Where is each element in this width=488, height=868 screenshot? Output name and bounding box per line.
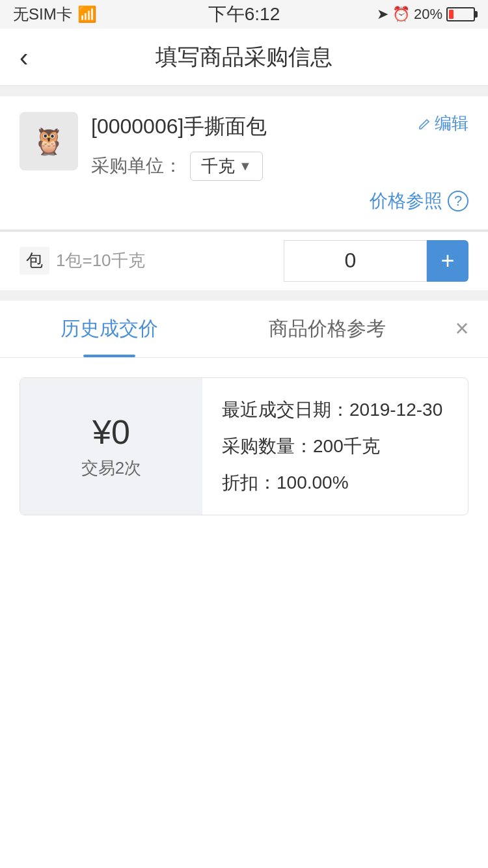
quantity-section: 包 1包=10千克 +: [0, 230, 488, 290]
edit-button[interactable]: 编辑: [418, 112, 468, 135]
product-title: 手撕面包: [183, 115, 267, 138]
price-ref-row: 价格参照 ?: [20, 189, 468, 213]
product-header: 🦉 [0000006]手撕面包 采购单位： 千克 ▼ 编辑: [20, 112, 468, 181]
price-recent-date: 最近成交日期：2019-12-30: [222, 396, 448, 424]
alarm-icon: ⏰: [392, 6, 410, 23]
quantity-label: 采购数量：: [222, 436, 313, 456]
tab-price-ref[interactable]: 商品价格参考: [218, 301, 436, 357]
time-label: 下午6:12: [208, 2, 280, 27]
price-quantity: 采购数量：200千克: [222, 433, 448, 460]
battery-fill: [449, 10, 454, 19]
unit-conversion: 1包=10千克: [56, 249, 145, 272]
price-card: ¥0 交易2次 最近成交日期：2019-12-30 采购数量：200千克 折扣：…: [20, 377, 468, 515]
price-currency: ¥: [92, 413, 111, 451]
price-value: 0: [111, 413, 130, 451]
location-icon: ➤: [377, 6, 388, 23]
product-logo-icon: 🦉: [33, 126, 65, 157]
page-title: 填写商品采购信息: [156, 42, 332, 72]
price-discount: 折扣：100.00%: [222, 469, 448, 496]
tabs-header: 历史成交价 商品价格参考 ×: [0, 301, 488, 358]
product-thumbnail: 🦉: [20, 112, 78, 170]
status-bar: 无SIM卡 📶 下午6:12 ➤ ⏰ 20%: [0, 0, 488, 29]
battery-percent: 20%: [414, 6, 442, 23]
tabs-content: ¥0 交易2次 最近成交日期：2019-12-30 采购数量：200千克 折扣：…: [0, 358, 488, 535]
wifi-icon: 📶: [77, 5, 97, 23]
tabs-close-button[interactable]: ×: [436, 301, 488, 357]
product-card: 🦉 [0000006]手撕面包 采购单位： 千克 ▼ 编辑: [0, 96, 488, 229]
unit-value: 千克: [201, 155, 235, 178]
quantity-input[interactable]: [284, 240, 427, 282]
carrier-label: 无SIM卡: [13, 4, 72, 25]
price-right-panel: 最近成交日期：2019-12-30 采购数量：200千克 折扣：100.00%: [202, 378, 468, 515]
unit-select[interactable]: 千克 ▼: [190, 152, 263, 181]
status-right: ➤ ⏰ 20%: [377, 6, 475, 23]
tab-history-price[interactable]: 历史成交价: [0, 301, 218, 357]
unit-badge: 包: [20, 247, 49, 275]
product-left: 🦉 [0000006]手撕面包 采购单位： 千克 ▼: [20, 112, 418, 181]
price-amount: ¥0: [92, 413, 130, 452]
discount-label: 折扣：: [222, 472, 277, 493]
price-ref-button[interactable]: 价格参照: [370, 189, 442, 213]
back-button[interactable]: ‹: [20, 44, 28, 70]
product-unit-row: 采购单位： 千克 ▼: [91, 152, 418, 181]
help-icon-button[interactable]: ?: [448, 191, 468, 211]
product-id: [0000006]: [91, 115, 183, 138]
tab-history-label: 历史成交价: [61, 316, 158, 342]
quantity-row: 包 1包=10千克 +: [20, 232, 468, 290]
content-bottom: [0, 535, 488, 868]
quantity-value: 200千克: [313, 436, 380, 456]
edit-icon: [418, 116, 432, 131]
quantity-unit-info: 包 1包=10千克: [20, 247, 284, 275]
recent-date-value: 2019-12-30: [349, 400, 442, 420]
price-trades: 交易2次: [81, 457, 141, 480]
recent-date-label: 最近成交日期：: [222, 400, 349, 420]
quantity-input-wrap: +: [284, 240, 468, 282]
tabs-panel: 历史成交价 商品价格参考 × ¥0 交易2次 最近成交日期：2019-12-30…: [0, 301, 488, 535]
tab-price-ref-label: 商品价格参考: [269, 316, 386, 342]
dropdown-arrow-icon: ▼: [239, 159, 252, 174]
nav-bar: ‹ 填写商品采购信息: [0, 29, 488, 86]
price-left-panel: ¥0 交易2次: [20, 378, 202, 515]
battery-icon: [446, 7, 475, 21]
product-name: [0000006]手撕面包: [91, 112, 418, 141]
quantity-plus-button[interactable]: +: [427, 240, 468, 282]
unit-label: 采购单位：: [91, 154, 182, 178]
status-left: 无SIM卡 📶: [13, 4, 97, 25]
product-info: [0000006]手撕面包 采购单位： 千克 ▼: [91, 112, 418, 181]
discount-value: 100.00%: [277, 472, 349, 493]
